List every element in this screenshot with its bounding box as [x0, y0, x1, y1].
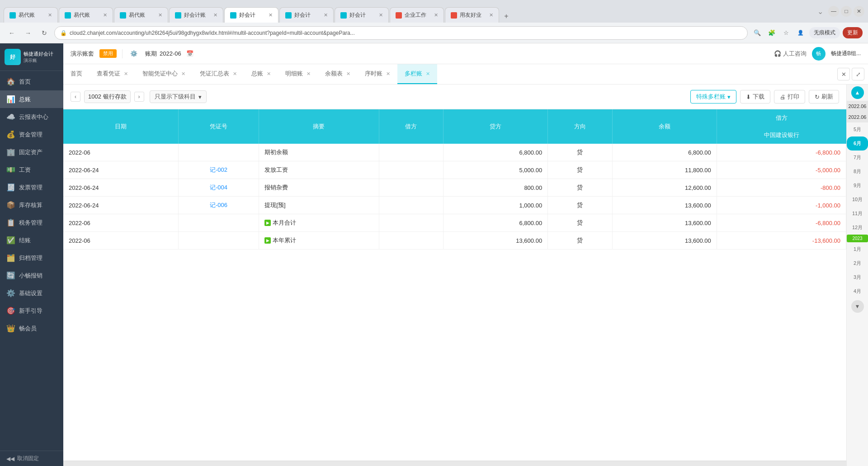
tab-balance-table[interactable]: 余额表 ✕	[318, 64, 358, 84]
calendar-icon[interactable]: 📅	[184, 48, 196, 60]
sidebar-item-guide[interactable]: 🎯 新手引导	[0, 302, 63, 320]
browser-tab-4[interactable]: 好会计账 ✕	[169, 7, 223, 23]
sidebar-item-cloud-report[interactable]: ☁️ 云报表中心	[0, 108, 63, 126]
subject-next-button[interactable]: ›	[134, 92, 144, 102]
refresh-button[interactable]: ↻	[38, 27, 51, 39]
tab-close-general-ledger[interactable]: ✕	[267, 71, 271, 77]
tab-home[interactable]: 首页	[63, 64, 90, 84]
browser-tab-1[interactable]: 易代账 ✕	[4, 7, 58, 23]
table-cell[interactable]: 记-004	[178, 179, 259, 197]
sidebar-item-expense[interactable]: 🔄 小畅报销	[0, 267, 63, 284]
tab-voucher-summary[interactable]: 凭证汇总表 ✕	[193, 64, 244, 84]
timeline-month-10[interactable]: 10月	[847, 193, 868, 207]
timeline-month-8[interactable]: 8月	[847, 165, 868, 179]
new-tab-button[interactable]: +	[500, 10, 513, 23]
update-button[interactable]: 更新	[843, 27, 863, 38]
refresh-button[interactable]: ↻ 刷新	[809, 90, 839, 104]
browser-tab-7[interactable]: 好会计 ✕	[335, 7, 389, 23]
close-panel-button[interactable]: ✕	[837, 68, 850, 80]
tab-close-5[interactable]: ✕	[269, 12, 273, 18]
sidebar-pin-button[interactable]: ◀◀ 取消固定	[0, 451, 63, 466]
timeline-month-6[interactable]: 6月	[847, 137, 868, 151]
bottom-scrollbar[interactable]	[63, 461, 846, 466]
sidebar-item-invoice[interactable]: 🧾 发票管理	[0, 179, 63, 196]
back-button[interactable]: ←	[5, 27, 18, 39]
browser-tab-3[interactable]: 易代账 ✕	[114, 7, 168, 23]
timeline-scroll-up[interactable]: ▲	[851, 86, 864, 99]
extensions-icon[interactable]: 🧩	[766, 27, 778, 39]
tab-close-smart-voucher[interactable]: ✕	[181, 71, 185, 77]
tab-smart-voucher[interactable]: 智能凭证中心 ✕	[135, 64, 193, 84]
sidebar-item-tax[interactable]: 📋 税务管理	[0, 214, 63, 231]
subject-prev-button[interactable]: ‹	[71, 92, 80, 102]
timeline-month-7[interactable]: 7月	[847, 151, 868, 165]
timeline-month-11[interactable]: 11月	[847, 207, 868, 221]
sub-filter-dropdown[interactable]: 只显示下级科目 ▾	[150, 90, 207, 103]
maximize-btn[interactable]: □	[841, 6, 852, 17]
sidebar-item-archive[interactable]: 🗂️ 归档管理	[0, 249, 63, 267]
sidebar-item-fund-mgmt[interactable]: 💰 资金管理	[0, 126, 63, 143]
tab-close-8[interactable]: ✕	[434, 12, 438, 18]
sidebar-item-settings[interactable]: ⚙️ 基础设置	[0, 284, 63, 302]
tab-general-ledger[interactable]: 总账 ✕	[244, 64, 278, 84]
download-button[interactable]: ⬇ 下载	[740, 90, 770, 104]
sidebar-item-home[interactable]: 🏠 首页	[0, 73, 63, 90]
timeline-month-2023-4[interactable]: 4月	[847, 284, 868, 298]
tab-close-4[interactable]: ✕	[213, 12, 217, 18]
url-bar[interactable]: 🔒 cloud2.chanjet.com/accounting/uh26t264…	[54, 26, 748, 40]
special-multi-button[interactable]: 特殊多栏账 ▾	[690, 90, 736, 104]
table-cell[interactable]: 记-002	[178, 161, 259, 179]
browser-tab-9[interactable]: 用友好业 ✕	[445, 7, 499, 23]
demo-badge[interactable]: 禁用	[99, 49, 117, 58]
timeline-month-2023-1[interactable]: 1月	[847, 242, 868, 256]
sidebar-item-fixed-assets[interactable]: 🏢 固定资产	[0, 143, 63, 161]
browser-tab-5[interactable]: 好会计 ✕	[224, 7, 278, 23]
tab-close-time-ledger[interactable]: ✕	[386, 71, 390, 77]
table-cell[interactable]: 记-006	[178, 197, 259, 214]
tab-icon-3	[120, 12, 126, 19]
expand-panel-button[interactable]: ⤢	[852, 68, 864, 80]
browser-tab-6[interactable]: 好会计 ✕	[279, 7, 334, 23]
tab-multi-ledger[interactable]: 多栏账 ✕	[397, 64, 437, 84]
col-header-credit: 贷方	[443, 109, 547, 144]
print-button[interactable]: 🖨 打印	[774, 90, 805, 104]
forward-button[interactable]: →	[22, 27, 34, 39]
timeline-month-12[interactable]: 12月	[847, 221, 868, 235]
settings-gear-button[interactable]: ⚙️	[128, 48, 140, 60]
consult-button[interactable]: 🎧 人工咨询	[774, 50, 807, 58]
sidebar-item-general-ledger[interactable]: 📊 总账	[0, 90, 63, 108]
tab-close-balance-table[interactable]: ✕	[346, 71, 350, 77]
tab-list-btn[interactable]: ⌄	[814, 5, 826, 18]
tab-close-voucher-summary[interactable]: ✕	[233, 71, 237, 77]
sidebar-item-membership[interactable]: 👑 畅会员	[0, 320, 63, 337]
browser-tab-2[interactable]: 易代账 ✕	[59, 7, 113, 23]
wuhen-mode-button[interactable]: 无痕模式	[809, 27, 840, 38]
tab-close-voucher-view[interactable]: ✕	[124, 71, 128, 77]
tab-close-1[interactable]: ✕	[48, 12, 52, 18]
sidebar-item-closing[interactable]: ✅ 结账	[0, 231, 63, 249]
tab-voucher-view[interactable]: 查看凭证 ✕	[90, 64, 135, 84]
tab-close-6[interactable]: ✕	[324, 12, 328, 18]
timeline-month-2023-3[interactable]: 3月	[847, 270, 868, 284]
sidebar-item-payroll[interactable]: 💵 工资	[0, 161, 63, 179]
profile-icon[interactable]: 👤	[795, 27, 807, 39]
tab-time-ledger[interactable]: 序时账 ✕	[358, 64, 397, 84]
close-btn[interactable]: ✕	[854, 6, 864, 17]
tab-close-3[interactable]: ✕	[158, 12, 162, 18]
timeline-month-2023-2[interactable]: 2月	[847, 256, 868, 270]
browser-tab-8[interactable]: 企业工作 ✕	[390, 7, 444, 23]
tab-nav-right: ✕ ⤢	[837, 68, 868, 80]
tab-detail-ledger[interactable]: 明细账 ✕	[278, 64, 318, 84]
timeline-month-9[interactable]: 9月	[847, 179, 868, 193]
tab-close-detail-ledger[interactable]: ✕	[307, 71, 311, 77]
timeline-scroll-down[interactable]: ▼	[851, 300, 864, 313]
tab-close-multi-ledger[interactable]: ✕	[426, 71, 430, 77]
tab-close-2[interactable]: ✕	[103, 12, 107, 18]
tab-close-7[interactable]: ✕	[379, 12, 383, 18]
bookmark-icon[interactable]: ☆	[780, 27, 792, 39]
search-icon[interactable]: 🔍	[751, 27, 763, 39]
tab-close-9[interactable]: ✕	[489, 12, 493, 18]
sidebar-item-inventory[interactable]: 📦 库存核算	[0, 196, 63, 214]
minimize-btn[interactable]: —	[828, 6, 839, 17]
timeline-month-5[interactable]: 5月	[847, 122, 868, 137]
